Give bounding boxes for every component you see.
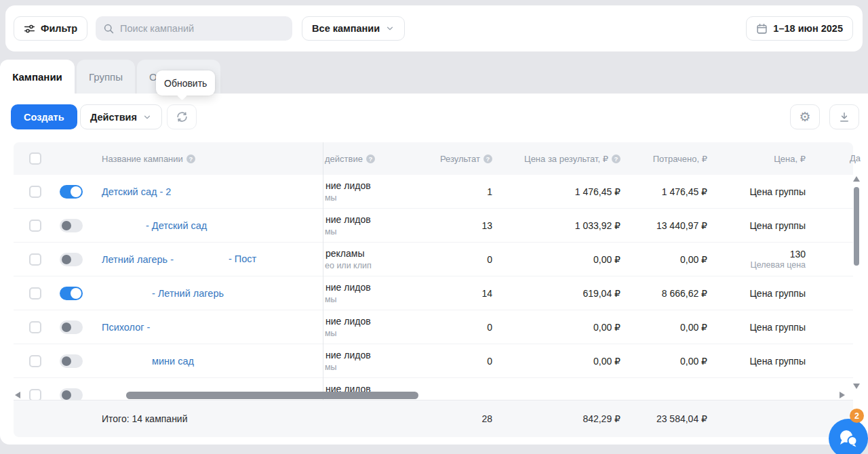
scroll-right-arrow-icon[interactable] bbox=[840, 392, 845, 398]
spent-value: 13 440,97 ₽ bbox=[656, 220, 707, 231]
vertical-scrollbar-thumb[interactable] bbox=[854, 187, 859, 266]
search-input[interactable]: Поиск кампаний bbox=[96, 16, 292, 41]
cost-per-result-value: 1 476,45 ₽ bbox=[575, 186, 620, 197]
scroll-down-arrow-icon[interactable] bbox=[853, 384, 860, 389]
objective-text-clipped: ние лидов bbox=[323, 180, 425, 191]
objective-text-clipped: ние лидов bbox=[323, 214, 425, 225]
result-value: 0 bbox=[487, 254, 492, 265]
spent-value: 0,00 ₽ bbox=[680, 356, 707, 367]
header-cost-per-result: Цена за результат, ₽ bbox=[524, 154, 608, 164]
header-action: действие bbox=[325, 154, 363, 164]
row-checkbox[interactable] bbox=[29, 287, 41, 300]
create-button[interactable]: Создать bbox=[11, 104, 77, 129]
campaign-toggle[interactable] bbox=[60, 321, 83, 334]
campaign-name-link[interactable]: - Летний лагерь bbox=[152, 288, 224, 299]
total-spent: 23 584,04 ₽ bbox=[656, 413, 707, 424]
objective-text-clipped: рекламы bbox=[323, 248, 425, 259]
price-value: Цена группы bbox=[749, 186, 806, 197]
refresh-icon bbox=[176, 110, 189, 123]
tab-campaigns-label: Кампании bbox=[12, 71, 62, 83]
support-chat-button[interactable] bbox=[829, 419, 868, 454]
table-settings-button[interactable]: ⚙ bbox=[790, 104, 820, 129]
scroll-up-arrow-icon[interactable] bbox=[853, 176, 860, 182]
refresh-button[interactable] bbox=[167, 104, 197, 129]
cost-per-result-value: 0,00 ₽ bbox=[593, 254, 620, 265]
frozen-column-divider bbox=[323, 142, 323, 400]
gear-icon: ⚙ bbox=[799, 110, 810, 123]
refresh-tooltip: Обновить bbox=[156, 70, 215, 96]
help-icon[interactable]: ? bbox=[484, 154, 492, 163]
help-icon[interactable]: ? bbox=[186, 154, 195, 163]
campaign-toggle[interactable] bbox=[60, 219, 83, 232]
content-panel: Создать Действия ⚙ bbox=[0, 94, 868, 445]
objective-subtext-clipped: мы bbox=[323, 329, 425, 338]
table-header-row: Название кампании ? действие ? Результат… bbox=[14, 142, 853, 175]
campaign-name-link[interactable]: Психолог - bbox=[102, 322, 150, 333]
cost-per-result-value: 0,00 ₽ bbox=[593, 322, 620, 333]
objective-subtext-clipped: мы bbox=[323, 363, 425, 372]
campaign-name-link[interactable]: мини сад bbox=[152, 356, 194, 367]
objective-subtext-clipped: мы bbox=[323, 295, 425, 304]
campaign-toggle[interactable] bbox=[60, 253, 83, 266]
totals-label: Итого: 14 кампаний bbox=[14, 413, 425, 424]
price-value: Цена группы bbox=[749, 288, 806, 299]
objective-text-clipped: ние лидов bbox=[323, 316, 425, 327]
campaign-toggle[interactable] bbox=[60, 185, 83, 199]
select-all-checkbox[interactable] bbox=[29, 152, 41, 165]
campaign-name-link[interactable]: - Пост bbox=[229, 253, 256, 264]
campaign-scope-dropdown[interactable]: Все кампании bbox=[302, 16, 405, 41]
result-value: 0 bbox=[487, 356, 492, 367]
header-price: Цена, ₽ bbox=[774, 154, 806, 164]
row-checkbox[interactable] bbox=[29, 220, 41, 232]
row-checkbox[interactable] bbox=[29, 253, 41, 266]
vertical-scrollbar[interactable] bbox=[852, 175, 861, 400]
campaign-name-link[interactable]: - Детский сад bbox=[146, 220, 207, 231]
objective-text-clipped: ние лидов bbox=[323, 282, 425, 293]
objective-subtext-clipped: мы bbox=[323, 193, 425, 203]
chat-bubbles-icon bbox=[838, 428, 859, 449]
result-value: 13 bbox=[481, 220, 492, 231]
header-spent: Потрачено, ₽ bbox=[653, 154, 707, 164]
campaigns-table: Название кампании ? действие ? Результат… bbox=[14, 142, 853, 437]
header-result: Результат bbox=[440, 154, 480, 164]
date-range-button[interactable]: 1–18 июн 2025 bbox=[746, 16, 853, 41]
campaign-name-link[interactable]: Детский сад - 2 bbox=[102, 186, 171, 197]
chevron-down-icon bbox=[142, 112, 152, 122]
spent-value: 0,00 ₽ bbox=[680, 322, 707, 333]
filter-button[interactable]: Фильтр bbox=[14, 16, 87, 41]
campaign-toggle[interactable] bbox=[60, 287, 83, 300]
row-checkbox[interactable] bbox=[29, 186, 41, 198]
campaign-toggle[interactable] bbox=[60, 354, 83, 368]
header-campaign-name: Название кампании bbox=[102, 154, 183, 164]
spent-value: 0,00 ₽ bbox=[680, 254, 707, 265]
campaign-scope-value: Все кампании bbox=[312, 23, 380, 34]
tab-campaigns[interactable]: Кампании bbox=[0, 60, 75, 94]
export-download-button[interactable] bbox=[829, 104, 859, 129]
actions-dropdown[interactable]: Действия bbox=[80, 104, 162, 129]
cost-per-result-value: 0,00 ₽ bbox=[593, 356, 620, 367]
table-row: - Детский садние лидовмы131 033,92 ₽13 4… bbox=[14, 209, 853, 243]
cost-per-result-value: 1 033,92 ₽ bbox=[575, 220, 620, 231]
result-value: 1 bbox=[487, 186, 492, 197]
row-checkbox[interactable] bbox=[29, 355, 41, 367]
chat-unread-badge: 2 bbox=[850, 409, 864, 423]
campaign-name-link[interactable]: Летний лагерь - bbox=[102, 254, 174, 265]
table-row: Детский сад - 2ние лидовмы11 476,45 ₽1 4… bbox=[14, 175, 853, 209]
table-row: Психолог -ние лидовмы00,00 ₽0,00 ₽Цена г… bbox=[14, 310, 853, 344]
help-icon[interactable]: ? bbox=[612, 154, 620, 163]
tab-groups-label: Группы bbox=[89, 71, 123, 83]
price-value: Цена группы bbox=[749, 322, 806, 333]
row-checkbox[interactable] bbox=[29, 321, 41, 333]
horizontal-scrollbar[interactable] bbox=[14, 391, 853, 400]
horizontal-scrollbar-thumb[interactable] bbox=[126, 392, 418, 399]
refresh-tooltip-label: Обновить bbox=[164, 78, 207, 89]
tab-groups[interactable]: Группы bbox=[77, 60, 135, 94]
table-footer-row: Итого: 14 кампаний 28 842,29 ₽ 23 584,04… bbox=[14, 400, 853, 437]
help-icon[interactable]: ? bbox=[366, 154, 375, 163]
objective-subtext-clipped: ео или клип bbox=[323, 261, 425, 270]
table-row: - Летний лагерьние лидовмы14619,04 ₽8 66… bbox=[14, 276, 853, 310]
header-date-clipped: Да bbox=[850, 153, 861, 163]
scroll-left-arrow-icon[interactable] bbox=[15, 392, 20, 398]
chevron-down-icon bbox=[385, 24, 395, 33]
cost-per-result-value: 619,04 ₽ bbox=[583, 288, 620, 299]
